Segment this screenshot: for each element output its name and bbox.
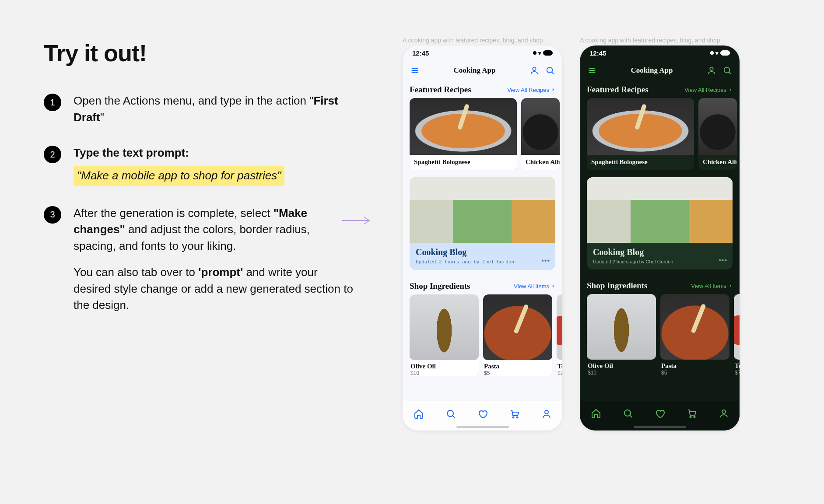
tab-home-icon[interactable] (414, 409, 424, 419)
step-1-text-pre: Open the Actions menu, and type in the a… (74, 94, 313, 107)
topbar: Cooking App (403, 60, 562, 80)
status-icons: ▾ (533, 50, 553, 56)
recipe-card[interactable]: Spaghetti Bolognese (410, 98, 517, 170)
shop-image (587, 294, 656, 360)
tab-profile-icon[interactable] (541, 409, 552, 419)
svg-point-7 (447, 410, 453, 416)
step-3-p1-pre: After the generation is complete, select (74, 206, 273, 220)
step-2: 2 Type the text prompt: "Make a mobile a… (44, 145, 354, 186)
status-icons: ▾ (710, 50, 730, 56)
status-bar: 12:45 ▾ (403, 46, 562, 60)
shop-price: $7 (557, 370, 562, 376)
shop-card[interactable]: Tomato $7 (557, 294, 562, 376)
profile-icon[interactable] (529, 65, 540, 76)
app-title: Cooking App (631, 66, 673, 75)
featured-list[interactable]: Spaghetti Bolognese Chicken Alfredo (580, 98, 740, 170)
featured-heading: Featured Recipes (587, 85, 649, 94)
recipe-card[interactable]: Chicken Alfredo (698, 98, 737, 170)
tab-cart-icon[interactable] (509, 409, 520, 419)
tab-favorites-icon[interactable] (655, 408, 665, 419)
svg-point-15 (710, 67, 713, 70)
shop-name: Olive Oil (410, 360, 479, 370)
search-icon[interactable] (545, 65, 555, 76)
svg-point-21 (694, 416, 695, 418)
menu-icon[interactable] (587, 65, 597, 76)
recipe-card[interactable]: Chicken Alfredo (521, 98, 560, 170)
shop-list[interactable]: Olive Oil $10 Pasta $5 Tomato $7 (403, 294, 562, 376)
tab-favorites-icon[interactable] (477, 409, 488, 419)
blog-meta: Updated 2 hours ago by Chef Gordon (416, 259, 549, 265)
blog-card[interactable]: Cooking Blog Updated 2 hours ago by Chef… (587, 177, 733, 270)
tab-profile-icon[interactable] (719, 408, 729, 419)
shop-image (660, 294, 729, 360)
phone-dark: 12:45 ▾ Cooking App Featured Recipes Vie… (580, 46, 740, 430)
step-3-body: After the generation is complete, select… (74, 205, 354, 314)
chevron-right-icon (728, 284, 733, 288)
svg-point-10 (516, 416, 518, 418)
app-title: Cooking App (454, 66, 496, 75)
recipe-title: Chicken Alfredo (521, 155, 560, 170)
shop-viewall[interactable]: View All Items (514, 283, 555, 290)
svg-point-18 (624, 410, 631, 416)
more-icon[interactable]: ••• (541, 257, 550, 265)
shop-viewall-label: View All Items (691, 283, 726, 289)
tab-home-icon[interactable] (591, 408, 601, 419)
svg-point-4 (533, 67, 536, 70)
battery-icon (720, 50, 730, 56)
tab-search-icon[interactable] (445, 409, 456, 419)
svg-line-8 (452, 416, 455, 418)
featured-head: Featured Recipes View All Recipes (580, 80, 740, 98)
svg-point-11 (545, 410, 548, 414)
blog-card[interactable]: Cooking Blog Updated 2 hours ago by Chef… (410, 177, 555, 270)
step-3-p2-bold: 'prompt' (198, 266, 243, 279)
svg-point-9 (512, 416, 514, 418)
svg-point-22 (722, 410, 726, 413)
shop-viewall[interactable]: View All Items (691, 283, 733, 289)
recipe-title: Chicken Alfredo (698, 155, 737, 170)
arrow-icon (341, 215, 372, 226)
shop-image (410, 294, 479, 360)
shop-name: Tomato (557, 360, 562, 370)
search-icon[interactable] (722, 65, 733, 76)
recipe-title: Spaghetti Bolognese (410, 155, 517, 170)
wifi-icon: ▾ (715, 50, 719, 56)
menu-icon[interactable] (410, 65, 420, 76)
mock-caption-dark: A cooking app with featured recipes, blo… (580, 37, 720, 44)
shop-card[interactable]: Pasta $5 (660, 294, 729, 376)
featured-heading: Featured Recipes (410, 85, 471, 94)
profile-icon[interactable] (706, 65, 717, 76)
shop-card[interactable]: Olive Oil $10 (587, 294, 656, 376)
recipe-card[interactable]: Spaghetti Bolognese (587, 98, 694, 170)
shop-head: Shop Ingredients View All Items (580, 276, 740, 294)
shop-card[interactable]: Pasta $5 (483, 294, 552, 376)
tab-cart-icon[interactable] (687, 408, 697, 419)
featured-viewall[interactable]: View All Recipes (684, 87, 733, 93)
chevron-right-icon (551, 284, 555, 288)
shop-image (734, 294, 740, 360)
shop-image (557, 294, 562, 360)
shop-name: Olive Oil (587, 360, 656, 370)
step-2-badge: 2 (44, 146, 61, 163)
shop-price: $10 (587, 370, 656, 376)
featured-viewall-label: View All Recipes (684, 87, 726, 93)
status-bar: 12:45 ▾ (580, 46, 740, 60)
step-2-prompt: "Make a mobile app to shop for pastries" (74, 166, 284, 186)
tabbar (580, 401, 740, 430)
featured-viewall[interactable]: View All Recipes (507, 87, 555, 93)
step-1-body: Open the Actions menu, and type in the a… (74, 93, 354, 126)
recipe-title: Spaghetti Bolognese (587, 155, 694, 170)
shop-name: Pasta (483, 360, 552, 370)
recipe-image (410, 98, 517, 155)
shop-card[interactable]: Olive Oil $10 (410, 294, 479, 376)
more-icon[interactable]: ••• (719, 256, 727, 264)
shop-price: $5 (483, 370, 552, 376)
phone-light: 12:45 ▾ Cooking App Featured Recipes Vie… (403, 46, 562, 430)
topbar: Cooking App (580, 60, 740, 80)
shop-name: Tomato (734, 360, 740, 370)
shop-card[interactable]: Tomato $7 (734, 294, 740, 376)
featured-list[interactable]: Spaghetti Bolognese Chicken Alfredo (403, 98, 562, 170)
step-1-text-post: " (100, 111, 104, 124)
tab-search-icon[interactable] (623, 408, 633, 419)
shop-list[interactable]: Olive Oil $10 Pasta $5 Tomato $7 (580, 294, 740, 376)
status-time: 12:45 (589, 49, 606, 57)
